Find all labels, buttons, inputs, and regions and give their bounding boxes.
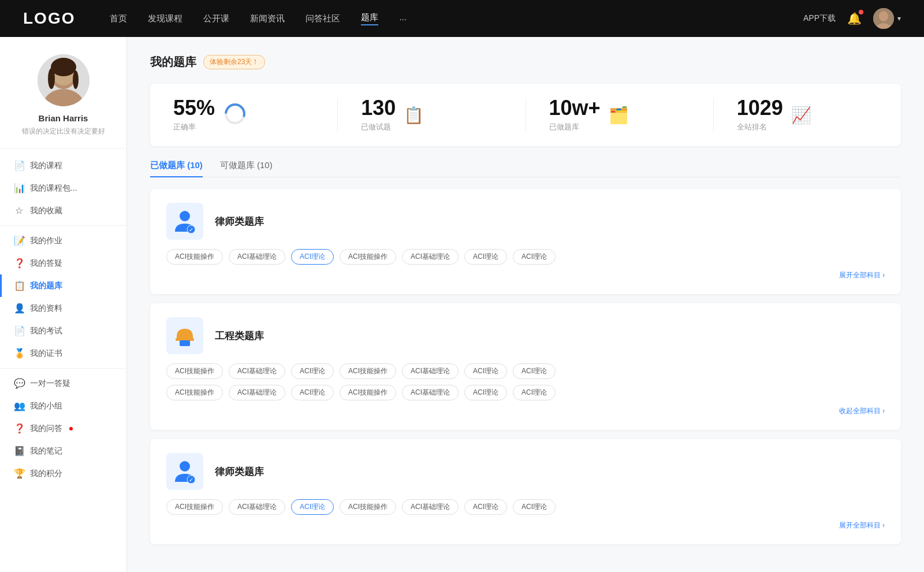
eng-tag-2[interactable]: ACI理论	[291, 363, 334, 379]
tab-available[interactable]: 可做题库 (10)	[220, 160, 273, 177]
sidebar-label-qbank: 我的题库	[30, 281, 62, 291]
accuracy-donut-icon	[223, 102, 247, 128]
tag-6[interactable]: ACI理论	[513, 249, 556, 265]
tag-4[interactable]: ACI基础理论	[402, 249, 459, 265]
sidebar-item-notes[interactable]: 📓 我的笔记	[0, 440, 126, 462]
eng2-tag-2[interactable]: ACI理论	[291, 385, 334, 400]
sidebar-item-exam[interactable]: 📄 我的考试	[0, 320, 126, 342]
eng-tag-0[interactable]: ACI技能操作	[166, 363, 223, 379]
cert-icon: 🏅	[14, 348, 24, 359]
sidebar-item-group[interactable]: 👥 我的小组	[0, 395, 126, 417]
eng-tag-4[interactable]: ACI基础理论	[402, 363, 459, 379]
profile-motto: 错误的决定比没有决定要好	[22, 127, 105, 136]
tags-row-lawyer-1: ACI技能操作 ACI基础理论 ACI理论 ACI技能操作 ACI基础理论 AC…	[166, 249, 885, 265]
tag-2[interactable]: ACI理论	[291, 249, 334, 265]
stat-done-questions: 130 已做试题 📋	[338, 98, 526, 132]
nav-discover[interactable]: 发现课程	[148, 13, 182, 24]
stat-rank-number: 1029	[737, 98, 783, 118]
eng2-tag-4[interactable]: ACI基础理论	[402, 385, 459, 400]
tag-5[interactable]: ACI理论	[464, 249, 507, 265]
svg-point-11	[226, 105, 244, 123]
mycourse-icon: 📄	[14, 160, 24, 171]
l2-tag-3[interactable]: ACI技能操作	[340, 499, 396, 515]
stat-done-label: 已做试题	[361, 122, 396, 132]
notification-badge	[859, 10, 863, 14]
profile-avatar	[38, 54, 90, 106]
profile-name: Brian Harris	[39, 113, 88, 123]
l2-tag-6[interactable]: ACI理论	[513, 499, 556, 515]
tags-row-eng-2: ACI技能操作 ACI基础理论 ACI理论 ACI技能操作 ACI基础理论 AC…	[166, 385, 885, 400]
sidebar-item-favorites[interactable]: ☆ 我的收藏	[0, 199, 126, 222]
nav-qa[interactable]: 问答社区	[305, 13, 340, 24]
stat-accuracy-number: 55%	[173, 98, 215, 118]
eng2-tag-5[interactable]: ACI理论	[464, 385, 507, 400]
l2-tag-1[interactable]: ACI基础理论	[229, 499, 285, 515]
stat-rank: 1029 全站排名 📈	[714, 98, 901, 132]
sidebar-item-qa[interactable]: ❓ 我的答疑	[0, 252, 126, 274]
sidebar-item-cert[interactable]: 🏅 我的证书	[0, 342, 126, 365]
sidebar-item-points[interactable]: 🏆 我的积分	[0, 462, 126, 485]
sidebar-item-myqa[interactable]: ❓ 我的问答	[0, 417, 126, 440]
favorites-icon: ☆	[14, 205, 24, 216]
exam-icon: 📄	[14, 325, 24, 336]
sidebar-item-profile[interactable]: 👤 我的资料	[0, 297, 126, 320]
stat-accuracy-label: 正确率	[173, 122, 215, 132]
svg-text:✓: ✓	[189, 477, 193, 483]
svg-point-8	[48, 68, 55, 89]
app-download-btn[interactable]: APP下载	[803, 13, 836, 24]
eng-tag-5[interactable]: ACI理论	[464, 363, 507, 379]
stat-rank-label: 全站排名	[737, 122, 783, 132]
sidebar-menu: 📄 我的课程 📊 我的课程包... ☆ 我的收藏 📝 我的作业 ❓ 我的答疑 �	[0, 148, 126, 491]
nav-qbank[interactable]: 题库	[361, 12, 378, 25]
l2-tag-2[interactable]: ACI理论	[291, 499, 334, 515]
main-content: 我的题库 体验剩余23天！ 55% 正确率 130	[127, 37, 924, 572]
sidebar-label-favorites: 我的收藏	[30, 206, 62, 216]
qa-badge	[69, 427, 73, 430]
nav-opencourse[interactable]: 公开课	[203, 13, 229, 24]
user-avatar-wrapper[interactable]: ▾	[873, 8, 901, 29]
eng2-tag-3[interactable]: ACI技能操作	[340, 385, 396, 400]
sidebar-label-notes: 我的笔记	[30, 446, 62, 456]
sidebar-label-oneone: 一对一答疑	[30, 378, 70, 389]
sidebar-item-mycourse[interactable]: 📄 我的课程	[0, 154, 126, 177]
expand-link-lawyer-1[interactable]: 展开全部科目 ›	[166, 270, 885, 280]
sidebar-item-oneone[interactable]: 💬 一对一答疑	[0, 372, 126, 395]
oneone-icon: 💬	[14, 378, 24, 389]
collapse-link-engineering[interactable]: 收起全部科目 ›	[166, 406, 885, 416]
tab-done[interactable]: 已做题库 (10)	[150, 160, 203, 177]
divider-2	[0, 368, 126, 369]
eng-tag-3[interactable]: ACI技能操作	[340, 363, 396, 379]
nav-news[interactable]: 新闻资讯	[250, 13, 285, 24]
grid-icon: 🗂️	[609, 106, 629, 125]
notification-bell-icon[interactable]: 🔔	[847, 12, 862, 25]
sidebar-label-group: 我的小组	[30, 401, 62, 411]
eng2-tag-0[interactable]: ACI技能操作	[166, 385, 223, 400]
l2-tag-4[interactable]: ACI基础理论	[402, 499, 459, 515]
nav-home[interactable]: 首页	[110, 13, 127, 24]
sidebar-label-coursepack: 我的课程包...	[30, 183, 77, 194]
stats-row: 55% 正确率 130 已做试题 📋 10	[150, 84, 901, 146]
points-icon: 🏆	[14, 468, 24, 479]
eng-tag-1[interactable]: ACI基础理论	[229, 363, 285, 379]
l2-tag-5[interactable]: ACI理论	[464, 499, 507, 515]
sidebar-item-homework[interactable]: 📝 我的作业	[0, 229, 126, 252]
eng2-tag-6[interactable]: ACI理论	[513, 385, 556, 400]
coursepack-icon: 📊	[14, 183, 24, 194]
tag-3[interactable]: ACI技能操作	[340, 249, 396, 265]
qbank-card-engineering: 工程类题库 ACI技能操作 ACI基础理论 ACI理论 ACI技能操作 ACI基…	[150, 303, 901, 430]
nav-more[interactable]: ···	[399, 14, 407, 24]
tag-0[interactable]: ACI技能操作	[166, 249, 223, 265]
l2-tag-0[interactable]: ACI技能操作	[166, 499, 223, 515]
sidebar-item-coursepack[interactable]: 📊 我的课程包...	[0, 177, 126, 199]
eng-tag-6[interactable]: ACI理论	[513, 363, 556, 379]
qbank-title-engineering: 工程类题库	[215, 329, 264, 343]
page-header: 我的题库 体验剩余23天！	[150, 54, 901, 70]
tag-1[interactable]: ACI基础理论	[229, 249, 285, 265]
myqa-icon: ❓	[14, 423, 24, 434]
expand-link-lawyer-2[interactable]: 展开全部科目 ›	[166, 521, 885, 530]
qa-icon: ❓	[14, 258, 24, 269]
tags-row-eng-1: ACI技能操作 ACI基础理论 ACI理论 ACI技能操作 ACI基础理论 AC…	[166, 363, 885, 379]
sidebar-item-qbank[interactable]: 📋 我的题库	[0, 274, 126, 297]
eng2-tag-1[interactable]: ACI基础理论	[229, 385, 285, 400]
logo[interactable]: LOGO	[23, 9, 75, 28]
